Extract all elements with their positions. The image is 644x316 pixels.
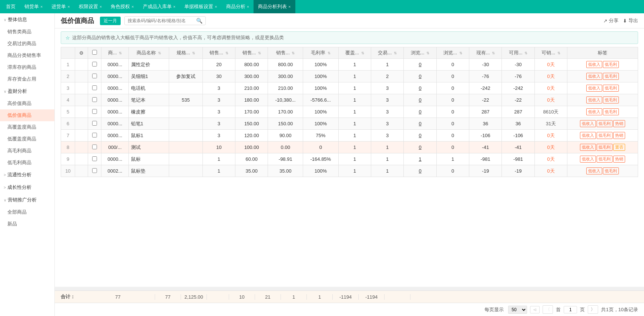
col-name[interactable]: 商品名称 ⇅ xyxy=(128,47,169,59)
sidebar-item-high-coverage[interactable]: 高覆盖度商品 xyxy=(0,121,54,133)
close-icon[interactable]: × xyxy=(100,4,102,9)
col-available[interactable]: 可用... ⇅ xyxy=(502,47,534,59)
col-gross-rate[interactable]: 毛利率 ⇅ xyxy=(303,47,339,59)
nav-purchase[interactable]: 进货单× xyxy=(47,0,74,13)
close-icon[interactable]: × xyxy=(131,4,134,9)
sidebar-group-growth[interactable]: > 成长性分析 xyxy=(0,181,54,194)
close-icon[interactable]: × xyxy=(215,4,217,9)
page-size-select[interactable]: 5020100 xyxy=(508,306,527,314)
nav-sales-order[interactable]: 销货单× xyxy=(20,0,47,13)
row-browse1[interactable]: 0 xyxy=(404,118,436,130)
row-checkbox[interactable] xyxy=(88,153,101,165)
close-icon[interactable]: × xyxy=(173,4,175,9)
col-coverage[interactable]: 覆盖... ⇅ xyxy=(338,47,371,59)
col-sales-val[interactable]: 销售... ⇅ xyxy=(268,47,303,59)
export-button[interactable]: ⬇ 导出 xyxy=(623,17,638,24)
sidebar-group-profit[interactable]: ∨ 盈财分析 xyxy=(0,85,54,98)
first-page-button[interactable]: ⊲ xyxy=(530,306,540,313)
row-browse1[interactable]: 0 xyxy=(404,165,436,177)
nav-product-analysis[interactable]: 商品分析× xyxy=(222,0,254,13)
row-browse1[interactable]: 0 xyxy=(404,71,436,82)
sidebar-item-sales-goods[interactable]: 销售类商品 xyxy=(0,26,54,38)
search-input[interactable] xyxy=(128,18,196,23)
row-browse1[interactable]: 0 xyxy=(404,94,436,106)
col-spec[interactable]: 规格... ⇅ xyxy=(169,47,203,59)
col-sellable[interactable]: 可销... ⇅ xyxy=(534,47,567,59)
row-select-checkbox[interactable] xyxy=(92,85,97,90)
row-browse1[interactable]: 0 xyxy=(404,142,436,153)
col-sales-amt[interactable]: 销售... ⇅ xyxy=(235,47,268,59)
prev-page-button[interactable]: 〈 xyxy=(543,305,553,314)
col-checkbox[interactable] xyxy=(88,47,101,59)
sidebar-item-traded-goods[interactable]: 交易过的商品 xyxy=(0,38,54,50)
browse-link[interactable]: 1 xyxy=(419,156,421,162)
nav-home[interactable]: 首页 xyxy=(1,0,20,13)
sidebar-group-overall[interactable]: ∨ 整体信息 xyxy=(0,13,54,26)
browse-link[interactable]: 0 xyxy=(419,74,421,79)
nav-role-auth[interactable]: 角色授权× xyxy=(106,0,138,13)
col-sales-qty[interactable]: 销售... ⇅ xyxy=(202,47,235,59)
row-checkbox[interactable] xyxy=(88,130,101,142)
nav-product-inbound[interactable]: 产成品入库单× xyxy=(138,0,180,13)
nav-template-settings[interactable]: 单据模板设置× xyxy=(180,0,221,13)
row-select-checkbox[interactable] xyxy=(92,121,97,126)
select-all-checkbox[interactable] xyxy=(92,50,97,55)
row-select-checkbox[interactable] xyxy=(92,109,97,114)
row-checkbox[interactable] xyxy=(88,59,101,71)
sidebar-item-all-goods[interactable]: 全部商品 xyxy=(0,206,54,218)
browse-link[interactable]: 0 xyxy=(419,133,421,138)
next-page-button[interactable]: 〉 xyxy=(588,305,598,314)
row-select-checkbox[interactable] xyxy=(92,168,97,173)
sidebar-group-marketing[interactable]: ∨ 营销推广分析 xyxy=(0,194,54,206)
row-browse1[interactable]: 0 xyxy=(404,82,436,94)
row-select-checkbox[interactable] xyxy=(92,133,97,137)
sidebar-group-liquidity[interactable]: > 流通性分析 xyxy=(0,169,54,181)
row-browse1[interactable]: 0 xyxy=(404,59,436,71)
browse-link[interactable]: 0 xyxy=(419,97,421,103)
browse-link[interactable]: 0 xyxy=(419,85,421,91)
sidebar-item-stock-capital[interactable]: 库存资金占用 xyxy=(0,73,54,85)
col-gear[interactable]: ⚙ xyxy=(75,47,88,59)
browse-link[interactable]: 0 xyxy=(419,109,421,115)
share-button[interactable]: ↗ 分享 xyxy=(603,17,618,24)
row-select-checkbox[interactable] xyxy=(92,145,97,149)
nav-permissions[interactable]: 权限设置× xyxy=(74,0,106,13)
row-select-checkbox[interactable] xyxy=(92,156,97,161)
sidebar-item-new-goods[interactable]: 新品 xyxy=(0,218,54,230)
sidebar-item-high-value[interactable]: 高价值商品 xyxy=(0,98,54,109)
close-icon[interactable]: × xyxy=(67,4,70,9)
search-icon[interactable]: 🔍 xyxy=(196,18,202,24)
row-checkbox[interactable] xyxy=(88,142,101,153)
row-select-checkbox[interactable] xyxy=(92,62,97,67)
browse-link[interactable]: 0 xyxy=(419,168,421,174)
row-checkbox[interactable] xyxy=(88,82,101,94)
row-browse1[interactable]: 0 xyxy=(404,106,436,118)
filter-button[interactable]: 近一月 xyxy=(100,17,121,25)
sidebar-item-low-value[interactable]: 低价值商品 xyxy=(0,109,54,121)
row-checkbox[interactable] xyxy=(88,118,101,130)
row-browse1[interactable]: 0 xyxy=(404,130,436,142)
close-icon[interactable]: × xyxy=(247,4,249,9)
col-browse2[interactable]: 浏览... ⇅ xyxy=(436,47,469,59)
col-stock[interactable]: 现有... ⇅ xyxy=(469,47,502,59)
col-browse1[interactable]: 浏览... ⇅ xyxy=(404,47,436,59)
sidebar-item-low-coverage[interactable]: 低覆盖度商品 xyxy=(0,133,54,145)
close-icon[interactable]: × xyxy=(288,4,291,9)
page-number-input[interactable] xyxy=(564,306,577,313)
horizontal-scrollbar[interactable] xyxy=(55,287,644,290)
sidebar-item-low-profit[interactable]: 低毛利商品 xyxy=(0,157,54,169)
row-checkbox[interactable] xyxy=(88,94,101,106)
browse-link[interactable]: 0 xyxy=(419,62,421,67)
browse-link[interactable]: 0 xyxy=(419,121,421,126)
col-code[interactable]: 商... ⇅ xyxy=(101,47,128,59)
sidebar-item-slow-stock[interactable]: 滞库存的商品 xyxy=(0,61,54,73)
sidebar-item-high-profit[interactable]: 高毛利商品 xyxy=(0,145,54,157)
row-checkbox[interactable] xyxy=(88,71,101,82)
browse-link[interactable]: 0 xyxy=(419,145,421,150)
row-select-checkbox[interactable] xyxy=(92,74,97,78)
row-checkbox[interactable] xyxy=(88,106,101,118)
col-transactions[interactable]: 交易... ⇅ xyxy=(371,47,403,59)
sidebar-item-category-sales-rate[interactable]: 商品分类销售率 xyxy=(0,50,54,61)
row-checkbox[interactable] xyxy=(88,165,101,177)
nav-product-analysis-list[interactable]: 商品分析列表× xyxy=(254,0,295,13)
